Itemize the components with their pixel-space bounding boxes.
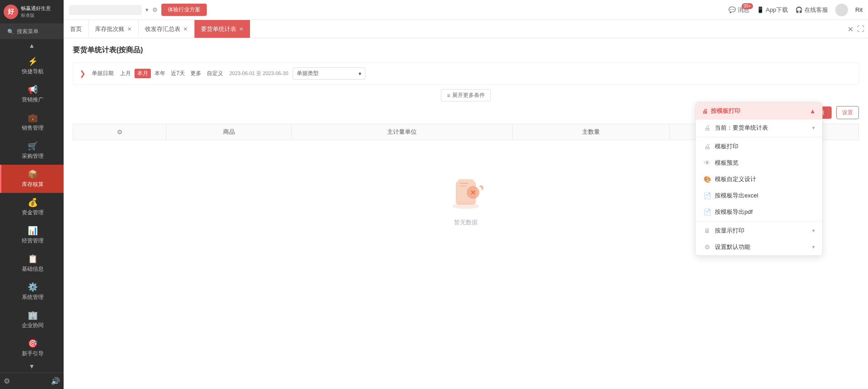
basic-icon: 📋: [28, 254, 38, 264]
sidebar-item-system[interactable]: ⚙️ 系统管理: [0, 278, 64, 306]
tab-receipt-summary-close[interactable]: ✕: [183, 26, 188, 32]
operation-icon: 📊: [28, 226, 38, 236]
date-btn-this-month[interactable]: 本月: [135, 69, 151, 78]
current-item-arrow: ▾: [812, 125, 815, 131]
app-download-btn[interactable]: 📱 App下载: [757, 6, 788, 14]
experience-btn[interactable]: 体验行业方案: [161, 4, 207, 16]
export-pdf-label: 按模板导出pdf: [715, 208, 753, 216]
date-btn-this-year[interactable]: 本年: [153, 69, 167, 78]
sidebar-item-enterprise[interactable]: 🏢 企业协同: [0, 306, 64, 334]
export-excel-label: 按模板导出excel: [715, 192, 758, 200]
print-dropdown-title-left: 🖨 按模板打印: [702, 107, 740, 115]
tab-order-stats-close[interactable]: ✕: [239, 26, 244, 32]
date-btn-last-month[interactable]: 上月: [118, 69, 133, 78]
empty-illustration: [443, 167, 489, 213]
sidebar-label: 快捷导航: [22, 68, 44, 76]
messages-btn[interactable]: 💬 消息 99+: [728, 6, 749, 14]
template-design-label: 模板自定义设计: [715, 175, 756, 183]
online-service-btn[interactable]: 🎧 在线客服: [795, 6, 828, 14]
expand-more-btn[interactable]: ≡ 展开更多条件: [441, 89, 490, 101]
topbar-dropdown-icon[interactable]: ▾: [145, 6, 149, 13]
dropdown-close-chevron[interactable]: ▲: [809, 107, 816, 115]
tab-inventory-batch-close[interactable]: ✕: [127, 26, 132, 32]
default-func-label: 设置默认功能: [715, 243, 750, 251]
headset-icon: 🎧: [795, 6, 803, 13]
dropdown-template-design[interactable]: 🎨 模板自定义设计: [696, 171, 822, 187]
sidebar-search[interactable]: 🔍 搜索菜单: [0, 24, 64, 39]
app-name: 畅赢通好生意: [21, 5, 51, 12]
topbar: ▾ ⚙ 体验行业方案 💬 消息 99+ 📱 App下载 🎧 在线客服 Rit: [64, 0, 868, 20]
topbar-search-input[interactable]: [69, 5, 142, 15]
guide-icon: 🎯: [28, 338, 38, 349]
search-icon: 🔍: [7, 29, 14, 35]
dropdown-display-print[interactable]: 🖥 按显示打印 ▾: [696, 222, 822, 239]
marketing-icon: 📢: [28, 85, 38, 95]
tab-maximize-btn[interactable]: ⛶: [857, 25, 864, 33]
tab-receipt-summary-label: 收发存汇总表: [145, 25, 180, 33]
display-print-arrow: ▾: [812, 227, 815, 234]
date-btn-more[interactable]: 更多: [189, 69, 203, 78]
sidebar-item-marketing[interactable]: 📢 营销推广: [0, 80, 64, 108]
default-func-icon: ⚙: [703, 243, 711, 251]
tab-order-stats[interactable]: 要货单统计表 ✕: [195, 20, 250, 38]
topbar-right: 💬 消息 99+ 📱 App下载 🎧 在线客服 Rit: [728, 4, 863, 16]
tab-receipt-summary[interactable]: 收发存汇总表 ✕: [139, 20, 195, 38]
date-btn-7days[interactable]: 近7天: [169, 69, 187, 78]
filter-expand-btn[interactable]: ❯: [78, 69, 87, 78]
date-group: 上月 本月 本年 近7天 更多 自定义: [118, 69, 225, 78]
current-item-label: 当前：要货单统计表: [715, 124, 768, 132]
dropdown-default-func[interactable]: ⚙ 设置默认功能 ▾: [696, 239, 822, 255]
dropdown-current-item[interactable]: 🖨 当前：要货单统计表 ▾: [696, 120, 822, 136]
tab-inventory-batch[interactable]: 库存批次账 ✕: [89, 20, 139, 38]
display-print-label: 按显示打印: [715, 227, 744, 235]
type-filter-select[interactable]: 单据类型 ▾: [293, 67, 365, 80]
app-download-icon: 📱: [757, 6, 764, 13]
sidebar-item-operation[interactable]: 📊 经营管理: [0, 221, 64, 249]
sidebar-label: 营销推广: [22, 96, 44, 104]
default-func-left: ⚙ 设置默认功能: [703, 243, 750, 251]
display-print-left: 🖥 按显示打印: [703, 227, 744, 235]
main-area: ▾ ⚙ 体验行业方案 💬 消息 99+ 📱 App下载 🎧 在线客服 Rit 首…: [64, 0, 868, 389]
table-col-settings[interactable]: ⚙: [73, 124, 166, 140]
sidebar-label: 企业协同: [22, 322, 44, 329]
system-icon: ⚙️: [28, 282, 38, 292]
template-print-icon: 🖨: [703, 143, 711, 150]
dropdown-template-print[interactable]: 🖨 模板打印: [696, 138, 822, 155]
divider-2: [696, 221, 822, 222]
sidebar-item-basic[interactable]: 📋 基础信息: [0, 249, 64, 278]
sidebar-item-finance[interactable]: 💰 资金管理: [0, 193, 64, 221]
print-dropdown-title: 按模板打印: [711, 107, 740, 115]
dropdown-export-excel[interactable]: 📄 按模板导出excel: [696, 187, 822, 204]
sidebar-item-guide[interactable]: 🎯 新手引导: [0, 334, 64, 360]
dropdown-template-preview[interactable]: 👁 模板预览: [696, 155, 822, 171]
messages-badge: 99+: [742, 3, 753, 9]
scroll-up-btn[interactable]: ▲: [0, 40, 64, 51]
expand-more-label: 展开更多条件: [452, 91, 485, 99]
app-download-label: App下载: [766, 6, 788, 14]
dropdown-export-pdf[interactable]: 📄 按模板导出pdf: [696, 204, 822, 220]
sidebar-item-purchase[interactable]: 🛒 采购管理: [0, 136, 64, 165]
settings-bottom-icon[interactable]: ⚙: [4, 377, 10, 385]
print-dropdown: 🖨 按模板打印 ▲ 🖨 当前：要货单统计表 ▾ 🖨 模板打印 👁 模板预览: [695, 102, 823, 256]
scroll-down-btn[interactable]: ▼: [0, 361, 64, 372]
table-settings-btn[interactable]: ⚙: [117, 128, 123, 136]
topbar-gear-icon[interactable]: ⚙: [152, 6, 158, 13]
tab-order-stats-label: 要货单统计表: [201, 25, 236, 33]
print-dropdown-header: 🖨 按模板打印 ▲: [696, 102, 822, 120]
tab-home[interactable]: 首页: [64, 20, 89, 38]
user-avatar[interactable]: [835, 4, 848, 16]
sidebar-item-inventory[interactable]: 📦 库存核算: [0, 165, 64, 193]
sidebar-label: 库存核算: [22, 181, 44, 188]
svg-rect-7: [459, 183, 469, 184]
date-btn-custom[interactable]: 自定义: [205, 69, 225, 78]
settings-btn[interactable]: 设置: [836, 106, 859, 119]
tab-close-all-btn[interactable]: ✕: [848, 25, 853, 33]
tabs-bar: 首页 库存批次账 ✕ 收发存汇总表 ✕ 要货单统计表 ✕ ✕ ⛶: [64, 20, 868, 38]
enterprise-icon: 🏢: [28, 310, 38, 320]
type-filter-chevron: ▾: [359, 71, 361, 77]
speaker-icon[interactable]: 🔊: [51, 377, 60, 385]
sidebar-label: 经营管理: [22, 237, 44, 245]
app-tag: 标准版: [21, 12, 51, 19]
sidebar-item-quick-nav[interactable]: ⚡ 快捷导航: [0, 52, 64, 80]
sidebar-item-sales[interactable]: 💼 销售管理: [0, 108, 64, 136]
